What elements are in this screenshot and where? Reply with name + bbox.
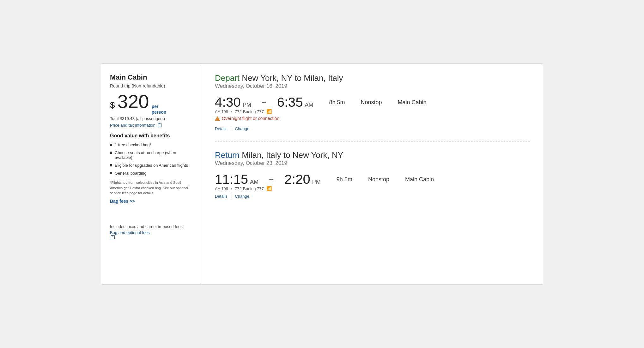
bullet-icon bbox=[110, 164, 112, 166]
return-flight-number: AA 199 bbox=[215, 186, 228, 191]
footnote: *Flights to / from select cities in Asia… bbox=[110, 180, 193, 196]
return-arrow-icon: → bbox=[268, 175, 275, 183]
overnight-warning-row: Overnight flight or connection bbox=[215, 116, 530, 121]
bullet-icon bbox=[110, 152, 112, 154]
return-route: Milan, Italy to New York, NY bbox=[242, 150, 343, 160]
bag-optional-link[interactable]: Bag and optional fees bbox=[110, 230, 193, 235]
overnight-warning-text: Overnight flight or connection bbox=[222, 116, 279, 121]
return-flight-info: AA 199 772-Boeing 777 📶 bbox=[215, 186, 530, 191]
depart-title: Depart New York, NY to Milan, Italy bbox=[215, 73, 530, 83]
arrive-time-block: 6:35 AM bbox=[277, 96, 313, 109]
depart-keyword: Depart bbox=[215, 73, 240, 83]
return-change-link[interactable]: Change bbox=[235, 194, 249, 199]
section-divider bbox=[215, 141, 530, 141]
benefit-text: General boarding bbox=[115, 171, 146, 176]
return-details-link[interactable]: Details bbox=[215, 194, 228, 199]
return-date: Wednesday, October 23, 2019 bbox=[215, 160, 530, 166]
depart-ampm: PM bbox=[243, 102, 251, 108]
right-panel: Depart New York, NY to Milan, Italy Wedn… bbox=[202, 64, 543, 284]
depart-actions: Details | Change bbox=[215, 126, 530, 131]
depart-section: Depart New York, NY to Milan, Italy Wedn… bbox=[215, 73, 530, 131]
return-nonstop: Nonstop bbox=[368, 176, 389, 183]
return-section: Return Milan, Italy to New York, NY Wedn… bbox=[215, 150, 530, 199]
benefit-text: Eligible for upgrades on American flight… bbox=[115, 163, 188, 168]
benefit-text: Choose seats at no charge (when availabl… bbox=[115, 150, 193, 160]
return-duration: 9h 5m bbox=[337, 176, 352, 183]
return-depart-time-block: 11:15 AM bbox=[215, 173, 258, 186]
depart-nonstop: Nonstop bbox=[361, 99, 382, 106]
price-amount: 320 bbox=[118, 92, 149, 111]
return-depart-ampm: AM bbox=[250, 179, 258, 185]
return-header: Return Milan, Italy to New York, NY Wedn… bbox=[215, 150, 530, 166]
return-title: Return Milan, Italy to New York, NY bbox=[215, 150, 530, 160]
arrive-ampm: AM bbox=[305, 102, 313, 108]
bullet-icon bbox=[110, 144, 112, 146]
depart-time-block: 4:30 PM bbox=[215, 96, 251, 109]
return-depart-time: 11:15 bbox=[215, 173, 248, 186]
cabin-title: Main Cabin bbox=[110, 73, 193, 81]
warning-icon bbox=[215, 116, 220, 121]
separator-dot bbox=[231, 111, 232, 112]
total-price: Total $319.43 (all passengers) bbox=[110, 116, 193, 121]
benefit-item: General boarding bbox=[110, 171, 193, 176]
return-arrive-time: 2:20 bbox=[284, 173, 310, 186]
depart-change-link[interactable]: Change bbox=[235, 126, 249, 131]
depart-header: Depart New York, NY to Milan, Italy Wedn… bbox=[215, 73, 530, 89]
bag-fees-link[interactable]: Bag fees >> bbox=[110, 199, 135, 204]
external-link-icon-2 bbox=[111, 235, 115, 239]
depart-route: New York, NY to Milan, Italy bbox=[242, 73, 343, 83]
depart-aircraft: 772-Boeing 777 bbox=[235, 109, 264, 114]
left-panel: Main Cabin Round trip (Non-refundable) $… bbox=[101, 64, 202, 284]
external-link-icon bbox=[158, 123, 161, 127]
benefits-title: Good value with benefits bbox=[110, 133, 193, 139]
return-times-row: 11:15 AM → 2:20 PM 9h 5m Nonstop Main Ca… bbox=[215, 173, 530, 186]
footer-note: Includes taxes and carrier imposed fees.… bbox=[110, 217, 193, 240]
return-arrive-time-block: 2:20 PM bbox=[284, 173, 321, 186]
benefit-item: 1 free checked bag* bbox=[110, 142, 193, 147]
arrow-icon: → bbox=[261, 98, 268, 106]
return-cabin: Main Cabin bbox=[405, 176, 434, 183]
per-person-label: per person bbox=[152, 104, 167, 115]
depart-cabin: Main Cabin bbox=[398, 99, 427, 106]
depart-duration: 8h 5m bbox=[329, 99, 345, 106]
depart-flight-number: AA 198 bbox=[215, 109, 228, 114]
wifi-icon: 📶 bbox=[266, 109, 272, 114]
round-trip-label: Round trip (Non-refundable) bbox=[110, 83, 193, 88]
return-keyword: Return bbox=[215, 150, 240, 160]
price-tax-link[interactable]: Price and tax information bbox=[110, 123, 155, 128]
return-actions: Details | Change bbox=[215, 194, 530, 199]
price-row: $ 320 per person bbox=[110, 92, 193, 115]
bullet-icon bbox=[110, 172, 112, 174]
benefit-item: Eligible for upgrades on American flight… bbox=[110, 163, 193, 168]
action-separator: | bbox=[231, 126, 232, 131]
depart-date: Wednesday, October 16, 2019 bbox=[215, 83, 530, 89]
benefit-item: Choose seats at no charge (when availabl… bbox=[110, 150, 193, 160]
return-arrive-ampm: PM bbox=[312, 179, 321, 185]
return-separator-dot bbox=[231, 188, 232, 189]
return-action-separator: | bbox=[231, 194, 232, 199]
depart-details-link[interactable]: Details bbox=[215, 126, 228, 131]
main-card: Main Cabin Round trip (Non-refundable) $… bbox=[101, 63, 543, 285]
return-aircraft: 772-Boeing 777 bbox=[235, 186, 264, 191]
price-dollar-sign: $ bbox=[110, 100, 115, 110]
benefit-text: 1 free checked bag* bbox=[115, 142, 151, 147]
return-wifi-icon: 📶 bbox=[266, 186, 272, 191]
arrive-time: 6:35 bbox=[277, 96, 303, 109]
depart-flight-info: AA 198 772-Boeing 777 📶 bbox=[215, 109, 530, 114]
depart-time: 4:30 bbox=[215, 96, 241, 109]
depart-times-row: 4:30 PM → 6:35 AM 8h 5m Nonstop Main Cab… bbox=[215, 96, 530, 109]
